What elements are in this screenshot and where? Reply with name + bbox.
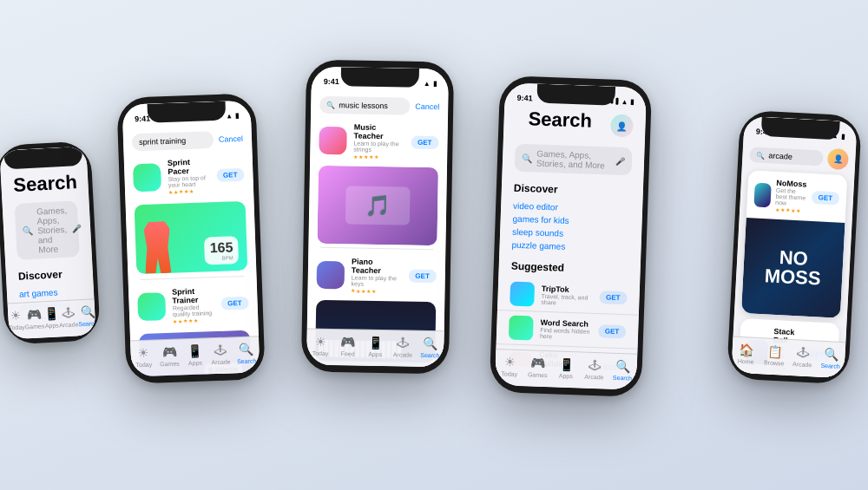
search-placeholder-1: Games, Apps, Stories, and More (36, 206, 69, 255)
tab-browse-5[interactable]: 📋Browse (760, 343, 789, 367)
result-sprint-pacer: Sprint Pacer Stay on top of your heart ★… (133, 153, 246, 199)
search-bar-5[interactable]: 🔍 arcade (749, 147, 824, 166)
tab-arcade-3[interactable]: 🕹Arcade (389, 336, 417, 358)
cancel-btn-2[interactable]: Cancel (219, 134, 243, 144)
nomoss-card[interactable]: NoMoss Get the best theme now ★★★★★ GET … (741, 170, 847, 318)
time-4: 9:41 (516, 94, 532, 103)
search-active-bar-3: 🔍 music lessons Cancel (311, 91, 449, 121)
search-bar-4[interactable]: 🔍 Games, Apps, Stories, and More 🎤 (515, 144, 633, 176)
sprint-stat-num: 165 (209, 239, 233, 256)
app-name-sprint-trainer: Sprint Trainer (172, 286, 214, 305)
tab-home-5[interactable]: 🏠Home (732, 342, 761, 365)
wifi-3: ▲ (424, 79, 431, 87)
search-query-5: arcade (768, 151, 792, 160)
tab-apps-3[interactable]: 📱Apps (361, 336, 389, 358)
tab-label-today-1: Today (9, 324, 25, 331)
tab-arcade-2[interactable]: 🕹 Arcade (207, 343, 233, 365)
search-active-bar-2: sprint training Cancel (123, 124, 253, 156)
notch-3 (341, 67, 419, 88)
tab-games-4[interactable]: 🎮Games (523, 356, 552, 378)
tab-games-3[interactable]: 🎮Feed (334, 335, 362, 357)
app-icon-music-teacher (319, 127, 347, 155)
get-btn-sprint-pacer[interactable]: GET (216, 167, 245, 181)
notch-4 (536, 84, 615, 106)
get-btn-sprint-trainer[interactable]: GET (220, 297, 249, 310)
tab-arcade-4[interactable]: 🕹Arcade (580, 357, 608, 380)
tab-icon-search-1: 🔍 (80, 304, 95, 319)
avatar-4[interactable]: 👤 (610, 114, 634, 138)
get-btn-music-teacher-3[interactable]: GET (411, 135, 439, 149)
phone-2-sprint: 9:41 ▲ ▮ sprint training Cancel Sprint P… (116, 93, 265, 383)
result-music-teacher: Music Teacher Learn to play the strings … (319, 119, 439, 164)
search-title-1: Search (1, 170, 89, 204)
tab-bar-2: ☀ Today 🎮 Games 📱 Apps 🕹 Arcade 🔍 (130, 336, 260, 376)
app-name-music-teacher-3: Music Teacher (354, 123, 404, 141)
tab-search-3[interactable]: 🔍Search (417, 336, 444, 359)
avatar-5[interactable]: 👤 (827, 148, 849, 170)
app-desc-trip: Travel, track, and share (541, 293, 592, 307)
tab-today-1[interactable]: ☀ Today (8, 309, 25, 331)
sprint-stat: 165 BPM (204, 236, 239, 265)
get-btn-nomoss[interactable]: GET (811, 191, 839, 206)
app-desc-nomoss: Get the best theme now (775, 187, 806, 207)
tab-arcade-1[interactable]: 🕹 Arcade (58, 305, 78, 328)
tab-icon-apps-2: 📱 (187, 344, 203, 359)
search-icon-4: 🔍 (522, 153, 532, 162)
tab-search-2[interactable]: 🔍 Search (233, 342, 260, 364)
tab-label-arcade-2: Arcade (211, 358, 230, 365)
tab-apps-2[interactable]: 📱 Apps (181, 343, 207, 366)
tab-icon-apps-1: 📱 (43, 306, 59, 321)
rating-music-teacher: ★★★★★ (353, 154, 404, 160)
tab-search-1[interactable]: 🔍 Search (77, 304, 95, 327)
search-input-music[interactable]: 🔍 music lessons (319, 96, 410, 115)
app-icon-nomoss (753, 182, 771, 207)
tab-games-2[interactable]: 🎮 Games (156, 344, 182, 367)
app-icon-word (509, 316, 534, 341)
search-input-sprint[interactable]: sprint training (132, 131, 214, 151)
search-query-3: music lessons (339, 101, 388, 110)
tab-arcade-5[interactable]: 🕹Arcade (788, 345, 818, 369)
tab-today-3[interactable]: ☀Today (306, 335, 334, 357)
phone-5-arcade: 9:41 ▲ ▮ 🔍 arcade 👤 NoMoss (727, 110, 862, 385)
cancel-btn-3[interactable]: Cancel (415, 102, 439, 111)
app-desc-music-teacher-3: Learn to play the strings (353, 140, 404, 154)
tab-bar-5: 🏠Home 📋Browse 🕹Arcade 🔍Search (731, 336, 845, 378)
wifi-icon-2: ▲ (226, 112, 233, 120)
app-icon-trip (510, 282, 535, 307)
rating-sprint-pacer: ★★★★★ (168, 187, 210, 195)
wifi-4: ▲ (621, 97, 628, 105)
nomoss-info: NoMoss Get the best theme now ★★★★★ (775, 179, 807, 214)
mic-icon-1: 🎤 (72, 224, 82, 233)
tab-games-1[interactable]: 🎮 Games (24, 307, 45, 330)
tab-icon-arcade-1: 🕹 (62, 306, 75, 321)
rating-nomoss: ★★★★★ (775, 206, 806, 214)
tab-label-games-2: Games (160, 361, 180, 368)
tab-today-2[interactable]: ☀ Today (130, 345, 156, 368)
tab-apps-1[interactable]: 📱 Apps (43, 306, 59, 329)
nomoss-header: NoMoss Get the best theme now ★★★★★ GET (746, 170, 848, 223)
tab-today-4[interactable]: ☀Today (495, 355, 523, 377)
rating-piano-teacher: ★★★★★ (351, 287, 401, 294)
phone-4-search-large: 9:41 ▲ ▮ Search 👤 🔍 Games, Apps, Stories… (490, 75, 653, 397)
get-btn-word[interactable]: GET (598, 324, 627, 338)
music-teacher-section: Music Teacher Learn to play the strings … (308, 119, 447, 246)
tab-label-arcade-1: Arcade (59, 321, 79, 328)
get-btn-trip[interactable]: GET (599, 291, 628, 304)
tab-label-apps-2: Apps (188, 360, 202, 367)
search-title-4: Search (516, 108, 605, 140)
tab-search-4[interactable]: 🔍Search (608, 359, 637, 382)
app-desc-word: Find words hidden here (540, 327, 591, 341)
time-3: 9:41 (324, 77, 339, 86)
phone-1-search: 9:41 ▲ ▮ Search 🔍 Games, Apps, Stories, … (0, 140, 101, 344)
hands-emoji: 🎵 (365, 193, 391, 219)
get-btn-piano-teacher[interactable]: GET (408, 270, 437, 284)
tab-label-search-1: Search (78, 320, 95, 327)
app-desc-sprint-trainer: Regarded quality training (173, 304, 214, 317)
search-bar-1[interactable]: 🔍 Games, Apps, Stories, and More 🎤 (15, 200, 80, 260)
battery-icon-2: ▮ (235, 111, 239, 119)
person-silhouette (143, 221, 171, 274)
tab-apps-4[interactable]: 📱Apps (551, 356, 580, 379)
tab-bar-4: ☀Today 🎮Games 📱Apps 🕹Arcade 🔍Search (495, 349, 637, 390)
search-icon-1: 🔍 (23, 226, 34, 237)
tab-search-5[interactable]: 🔍Search (816, 347, 845, 370)
